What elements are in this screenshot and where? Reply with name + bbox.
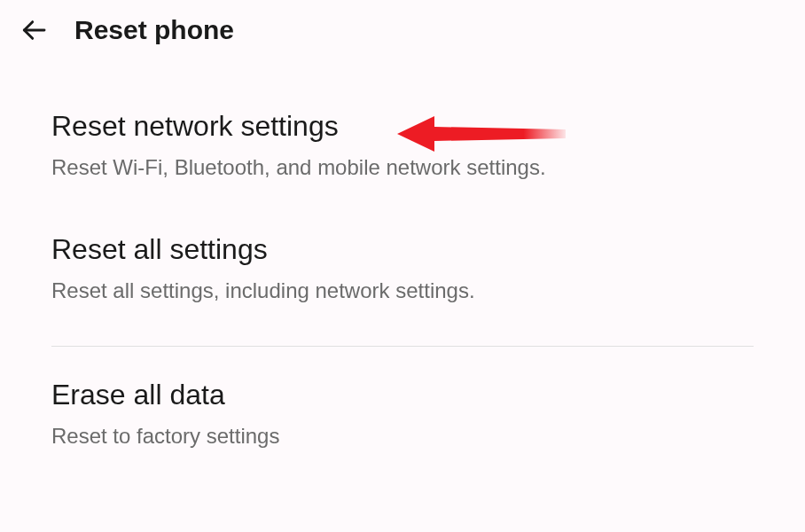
content-area: Reset network settings Reset Wi-Fi, Blue… [0,60,805,470]
reset-network-settings-item[interactable]: Reset network settings Reset Wi-Fi, Blue… [51,78,754,201]
setting-title: Reset network settings [51,110,754,143]
setting-title: Reset all settings [51,233,754,266]
arrow-left-icon [20,16,48,44]
erase-all-data-item[interactable]: Erase all data Reset to factory settings [51,347,754,470]
setting-description: Reset all settings, including network se… [51,278,754,303]
header: Reset phone [0,0,805,60]
back-button[interactable] [18,14,50,46]
setting-description: Reset to factory settings [51,424,754,449]
page-title: Reset phone [74,15,234,45]
reset-all-settings-item[interactable]: Reset all settings Reset all settings, i… [51,201,754,325]
setting-title: Erase all data [51,379,754,411]
setting-description: Reset Wi-Fi, Bluetooth, and mobile netwo… [51,155,754,180]
